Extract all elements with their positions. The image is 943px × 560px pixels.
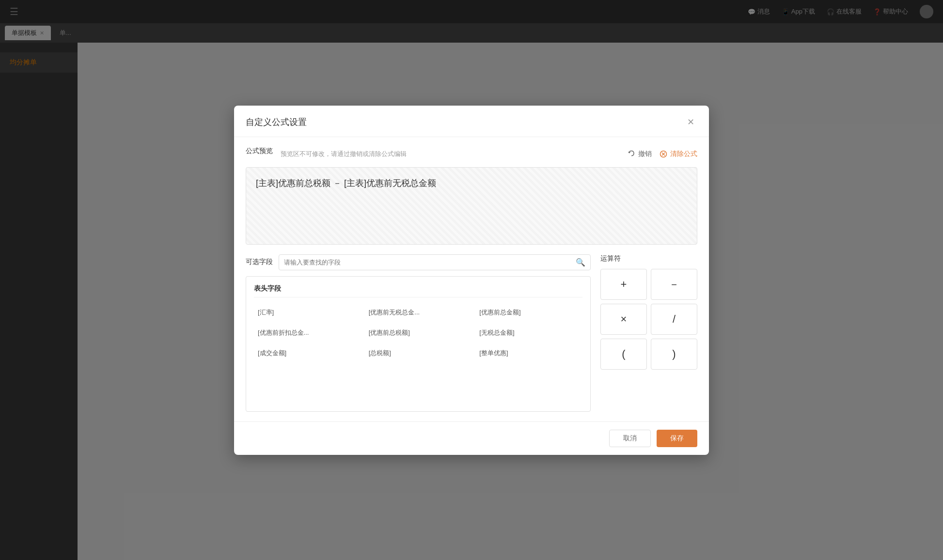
op-left-paren-button[interactable]: ( <box>600 339 647 370</box>
operators-grid: + － × / ( ) <box>600 269 697 370</box>
op-minus-button[interactable]: － <box>651 269 697 300</box>
field-item[interactable]: [汇率] <box>254 305 361 320</box>
dialog-overlay: 自定义公式设置 ✕ 公式预览 预览区不可修改，请通过撤销或清除公式编辑 撤销 <box>0 0 943 560</box>
save-button[interactable]: 保存 <box>657 430 697 447</box>
fields-list: 表头字段 [汇率] [优惠前无税总金... [优惠前总金额] [优惠前折扣总金.… <box>246 276 591 412</box>
op-right-paren-button[interactable]: ) <box>651 339 697 370</box>
undo-icon <box>628 150 635 158</box>
undo-button[interactable]: 撤销 <box>628 150 652 158</box>
close-button[interactable]: ✕ <box>684 115 697 129</box>
clear-formula-button[interactable]: 清除公式 <box>660 150 697 158</box>
cancel-button[interactable]: 取消 <box>609 430 651 447</box>
field-item[interactable]: [优惠前无税总金... <box>365 305 472 320</box>
field-item[interactable]: [优惠前折扣总金... <box>254 326 361 340</box>
formula-section-label: 公式预览 <box>246 147 273 156</box>
op-plus-button[interactable]: + <box>600 269 647 300</box>
field-item[interactable]: [成交金额] <box>254 346 361 360</box>
search-icon: 🔍 <box>576 258 585 267</box>
field-item[interactable]: [无税总金额] <box>475 326 582 340</box>
operators-title: 运算符 <box>600 254 697 263</box>
fields-group-title: 表头字段 <box>254 284 582 297</box>
field-item[interactable]: [优惠前总金额] <box>475 305 582 320</box>
op-divide-button[interactable]: / <box>651 304 697 335</box>
op-multiply-button[interactable]: × <box>600 304 647 335</box>
field-item[interactable]: [整单优惠] <box>475 346 582 360</box>
search-box[interactable]: 🔍 <box>279 254 591 270</box>
fields-grid: [汇率] [优惠前无税总金... [优惠前总金额] [优惠前折扣总金... [优… <box>254 305 582 360</box>
formula-display-text: [主表]优惠前总税额 － [主表]优惠前无税总金额 <box>256 178 436 188</box>
formula-header: 公式预览 预览区不可修改，请通过撤销或清除公式编辑 撤销 <box>246 147 697 161</box>
formula-actions: 撤销 清除公式 <box>628 150 697 158</box>
formula-preview-box: [主表]优惠前总税额 － [主表]优惠前无税总金额 <box>246 167 697 245</box>
field-item[interactable]: [总税额] <box>365 346 472 360</box>
field-item[interactable]: [优惠前总税额] <box>365 326 472 340</box>
search-input[interactable] <box>284 259 572 266</box>
dialog-footer: 取消 保存 <box>234 421 709 455</box>
clear-icon <box>660 150 667 158</box>
bottom-section: 可选字段 🔍 表头字段 [汇率] [优惠前无税总金... [优惠前总金额] [优 <box>246 254 697 412</box>
fields-title: 可选字段 <box>246 258 273 266</box>
formula-dialog: 自定义公式设置 ✕ 公式预览 预览区不可修改，请通过撤销或清除公式编辑 撤销 <box>234 106 709 455</box>
operators-section: 运算符 + － × / ( ) <box>600 254 697 412</box>
formula-hint: 预览区不可修改，请通过撤销或清除公式编辑 <box>281 150 620 158</box>
fields-header: 可选字段 🔍 <box>246 254 591 270</box>
dialog-body: 公式预览 预览区不可修改，请通过撤销或清除公式编辑 撤销 <box>234 137 709 421</box>
dialog-title: 自定义公式设置 <box>246 116 307 128</box>
fields-section: 可选字段 🔍 表头字段 [汇率] [优惠前无税总金... [优惠前总金额] [优 <box>246 254 591 412</box>
dialog-header: 自定义公式设置 ✕ <box>234 106 709 137</box>
